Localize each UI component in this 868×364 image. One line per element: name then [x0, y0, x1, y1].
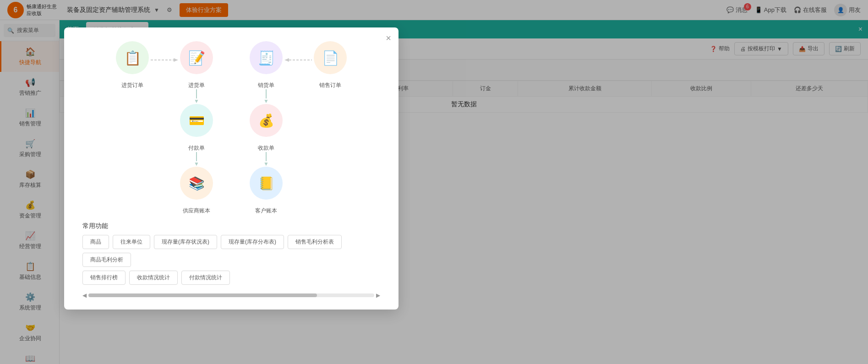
vdown-2: ▼: [263, 98, 269, 104]
dashed-arrow-left-svg: [284, 57, 312, 63]
arrow-down-payment-in: ▼: [250, 152, 283, 167]
arrow-down-purchase-bill: ▼: [180, 89, 213, 104]
flow-node-purchase-order[interactable]: 📋 进货订单: [116, 41, 149, 89]
sales-bill-icon: 🧾: [250, 41, 283, 74]
scroll-track[interactable]: [88, 293, 374, 297]
payment-out-label: 付款单: [188, 144, 205, 152]
common-buttons-row-2: 销售排行榜 收款情况统计 付款情况统计: [82, 271, 380, 285]
scroll-left-btn[interactable]: ◀: [82, 292, 87, 299]
flow-node-customer-account[interactable]: 📒 客户账本: [250, 167, 283, 215]
supplier-account-label: 供应商账本: [183, 207, 210, 215]
func-btn-stock-dist[interactable]: 现存量(库存分布表): [221, 235, 284, 249]
arrow-down-row: ▼ ▼: [82, 89, 380, 104]
flow-node-supplier-account[interactable]: 📚 供应商账本: [180, 167, 213, 215]
modal-close-btn[interactable]: ×: [386, 33, 391, 43]
flow-row-2: 💳 付款单 💰 收款单: [82, 104, 380, 152]
purchase-order-label: 进货订单: [121, 81, 143, 89]
func-btn-stock-status[interactable]: 现存量(库存状况表): [154, 235, 217, 249]
flow-row-3: 📚 供应商账本 📒 客户账本: [82, 167, 380, 215]
svg-marker-3: [284, 58, 289, 62]
arrow-h-1: [151, 57, 178, 74]
arrow-h-2: [284, 57, 312, 74]
flow-node-sales-bill[interactable]: 🧾 销货单: [250, 41, 283, 89]
flow-node-purchase-bill[interactable]: 📝 进货单: [180, 41, 213, 89]
sp3: [213, 152, 250, 167]
flow-diagram: 📋 进货订单 📝 进货单: [78, 41, 385, 300]
common-title: 常用功能: [82, 222, 380, 230]
sales-order-icon: 📄: [314, 41, 347, 74]
func-btn-payment-stats[interactable]: 付款情况统计: [181, 271, 230, 285]
func-btn-collection-stats[interactable]: 收款情况统计: [129, 271, 178, 285]
sales-bill-label: 销货单: [258, 81, 274, 89]
sp2: [153, 152, 180, 167]
customer-account-icon: 📒: [250, 167, 283, 200]
vdown-1: ▼: [194, 98, 199, 104]
spacer-arrow-1: [153, 89, 180, 104]
vdown-3: ▼: [194, 161, 199, 167]
vline-3: [196, 152, 197, 161]
vline-1: [196, 89, 197, 98]
arrow-down-1-area: [120, 89, 153, 104]
vline-4: [266, 152, 267, 161]
arrow-down-payment-out: ▼: [180, 152, 213, 167]
func-btn-sales-gross[interactable]: 销售毛利分析表: [288, 235, 342, 249]
func-btn-product-gross[interactable]: 商品毛利分析: [82, 253, 131, 267]
modal-box: × 📋 进货订单: [64, 27, 399, 310]
dashed-arrow-svg: [151, 57, 178, 63]
payment-out-icon: 💳: [180, 104, 213, 137]
sp4: [283, 152, 310, 167]
spacer-4: [310, 89, 343, 104]
scroll-right-btn[interactable]: ▶: [376, 292, 380, 299]
spacer-2: [213, 89, 250, 104]
svg-marker-1: [174, 58, 178, 62]
flow-node-sales-order[interactable]: 📄 销售订单: [314, 41, 347, 89]
common-functions: 常用功能 商品 往来单位 现存量(库存状况表) 现存量(库存分布表) 销售毛利分…: [82, 222, 380, 285]
spacer-3: [283, 89, 310, 104]
func-btn-product[interactable]: 商品: [82, 235, 109, 249]
supplier-account-icon: 📚: [180, 167, 213, 200]
vdown-4: ▼: [263, 161, 269, 167]
purchase-bill-label: 进货单: [188, 81, 205, 89]
sp5: [310, 152, 343, 167]
func-btn-sales-rank[interactable]: 销售排行榜: [82, 271, 126, 285]
flow-node-payment-in[interactable]: 💰 收款单: [250, 104, 283, 152]
scrollbar-area: ◀ ▶: [82, 290, 380, 300]
payment-in-label: 收款单: [258, 144, 274, 152]
scroll-thumb: [88, 293, 317, 297]
purchase-bill-icon: 📝: [180, 41, 213, 74]
flow-node-payment-out[interactable]: 💳 付款单: [180, 104, 213, 152]
func-btn-counterpart[interactable]: 往来单位: [113, 235, 150, 249]
payment-in-icon: 💰: [250, 104, 283, 137]
purchase-order-icon: 📋: [116, 41, 149, 74]
arrow-down-row-2: ▼ ▼: [82, 152, 380, 167]
sales-order-label: 销售订单: [319, 81, 341, 89]
sp1: [120, 152, 153, 167]
common-buttons-row-1: 商品 往来单位 现存量(库存状况表) 现存量(库存分布表) 销售毛利分析表 商品…: [82, 235, 380, 267]
customer-account-label: 客户账本: [255, 207, 277, 215]
arrow-down-sales-bill: ▼: [250, 89, 283, 104]
modal-overlay[interactable]: × 📋 进货订单: [0, 0, 868, 364]
vline-2: [266, 89, 267, 98]
